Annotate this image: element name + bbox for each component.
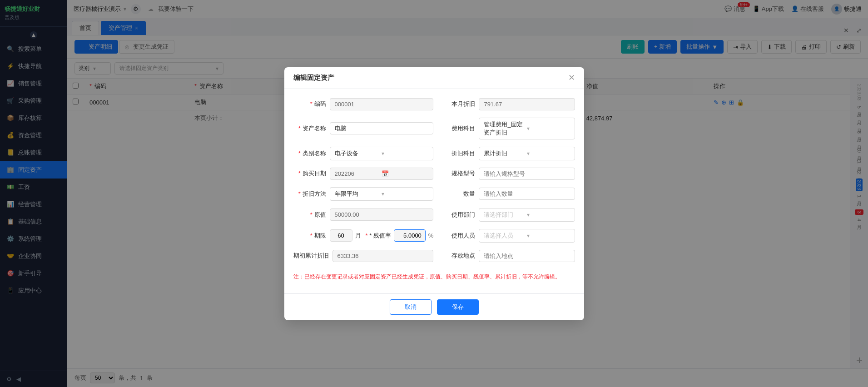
depreciation-method-value: 年限平均 bbox=[335, 190, 382, 198]
modal-header: 编辑固定资产 ✕ bbox=[284, 67, 584, 89]
expense-subject-value: 管理费用_固定资产折旧 bbox=[484, 120, 527, 137]
code-label: 编码 bbox=[293, 100, 326, 108]
depreciation-subject-chevron-icon: ▾ bbox=[527, 150, 570, 157]
category-value: 电子设备 bbox=[335, 149, 382, 158]
monthly-depreciation-label: 本月折旧 bbox=[442, 100, 475, 108]
field-period: 期限 月 * 残值率 % bbox=[293, 229, 434, 243]
quantity-input[interactable] bbox=[479, 188, 575, 200]
cancel-button[interactable]: 取消 bbox=[390, 299, 432, 315]
period-label: 期限 bbox=[293, 232, 326, 240]
field-storage: 存放地点 bbox=[442, 250, 575, 262]
purchase-date-label: 购买日期 bbox=[293, 169, 326, 178]
residual-rate-input[interactable] bbox=[394, 229, 426, 242]
period-unit: 月 bbox=[355, 232, 361, 240]
period-input bbox=[330, 229, 352, 242]
field-depreciation-method: 折旧方法 年限平均 ▾ bbox=[293, 187, 434, 201]
original-value-input bbox=[330, 208, 434, 221]
period-accumulated-input bbox=[332, 250, 434, 262]
modal-overlay: 编辑固定资产 ✕ 编码 本月折旧 资产名称 bbox=[0, 0, 868, 387]
field-category: 类别名称 电子设备 ▾ bbox=[293, 147, 434, 160]
monthly-depreciation-input bbox=[479, 98, 575, 110]
expense-subject-chevron-icon: ▾ bbox=[527, 125, 570, 132]
department-placeholder: 请选择部门 bbox=[484, 211, 527, 219]
modal-title: 编辑固定资产 bbox=[293, 74, 334, 82]
department-select[interactable]: 请选择部门 ▾ bbox=[479, 208, 575, 222]
period-inline: 月 * 残值率 % bbox=[330, 229, 434, 242]
form-grid: 编码 本月折旧 资产名称 费用科目 管理费用_固定资产折旧 ▾ bbox=[293, 98, 575, 262]
depreciation-method-label: 折旧方法 bbox=[293, 190, 326, 198]
percent-unit: % bbox=[428, 232, 434, 239]
user-chevron-icon: ▾ bbox=[527, 233, 570, 239]
storage-label: 存放地点 bbox=[442, 252, 475, 260]
category-chevron-icon: ▾ bbox=[382, 150, 428, 157]
depreciation-subject-label: 折旧科目 bbox=[442, 149, 475, 158]
field-monthly-depreciation: 本月折旧 bbox=[442, 98, 575, 110]
field-quantity: 数量 bbox=[442, 187, 575, 201]
field-spec-model: 规格型号 bbox=[442, 168, 575, 180]
user-label: 使用人员 bbox=[442, 232, 475, 240]
storage-input[interactable] bbox=[479, 250, 575, 262]
modal-note: 注：已经存在变更记录或者对应固定资产已经生成凭证，原值、购买日期、残值率、累计折… bbox=[293, 269, 575, 284]
field-period-accumulated: 期初累计折旧 bbox=[293, 250, 434, 262]
department-chevron-icon: ▾ bbox=[527, 212, 570, 218]
code-input[interactable] bbox=[330, 98, 434, 110]
depreciation-subject-value: 累计折旧 bbox=[484, 149, 527, 158]
quantity-label: 数量 bbox=[442, 190, 475, 198]
field-code: 编码 bbox=[293, 98, 434, 110]
depreciation-subject-select[interactable]: 累计折旧 ▾ bbox=[479, 147, 575, 160]
expense-subject-label: 费用科目 bbox=[442, 124, 475, 133]
residual-rate-label: * 残值率 bbox=[366, 232, 391, 240]
save-button[interactable]: 保存 bbox=[437, 299, 479, 315]
period-accumulated-label: 期初累计折旧 bbox=[293, 252, 329, 260]
modal-close-button[interactable]: ✕ bbox=[568, 74, 575, 82]
purchase-date-value: 202206 bbox=[335, 170, 382, 177]
field-depreciation-subject: 折旧科目 累计折旧 ▾ bbox=[442, 147, 575, 160]
field-department: 使用部门 请选择部门 ▾ bbox=[442, 208, 575, 222]
department-label: 使用部门 bbox=[442, 211, 475, 219]
field-purchase-date: 购买日期 202206 📅 bbox=[293, 168, 434, 180]
user-placeholder: 请选择人员 bbox=[484, 232, 527, 240]
user-select[interactable]: 请选择人员 ▾ bbox=[479, 229, 575, 243]
modal-footer: 取消 保存 bbox=[284, 293, 584, 320]
depreciation-method-select[interactable]: 年限平均 ▾ bbox=[330, 187, 434, 201]
calendar-icon: 📅 bbox=[382, 170, 428, 177]
expense-subject-select[interactable]: 管理费用_固定资产折旧 ▾ bbox=[479, 118, 575, 139]
original-value-label: 原值 bbox=[293, 211, 326, 219]
spec-model-label: 规格型号 bbox=[442, 169, 475, 178]
purchase-date-picker[interactable]: 202206 📅 bbox=[330, 168, 434, 180]
edit-asset-modal: 编辑固定资产 ✕ 编码 本月折旧 资产名称 bbox=[284, 67, 584, 320]
field-user: 使用人员 请选择人员 ▾ bbox=[442, 229, 575, 243]
asset-name-label: 资产名称 bbox=[293, 124, 326, 133]
field-asset-name: 资产名称 bbox=[293, 118, 434, 139]
depreciation-method-chevron-icon: ▾ bbox=[382, 191, 428, 197]
modal-body: 编码 本月折旧 资产名称 费用科目 管理费用_固定资产折旧 ▾ bbox=[284, 89, 584, 293]
asset-name-input[interactable] bbox=[330, 122, 434, 134]
category-label: 类别名称 bbox=[293, 149, 326, 158]
spec-model-input[interactable] bbox=[479, 168, 575, 180]
category-select[interactable]: 电子设备 ▾ bbox=[330, 147, 434, 160]
field-expense-subject: 费用科目 管理费用_固定资产折旧 ▾ bbox=[442, 118, 575, 139]
field-original-value: 原值 bbox=[293, 208, 434, 222]
